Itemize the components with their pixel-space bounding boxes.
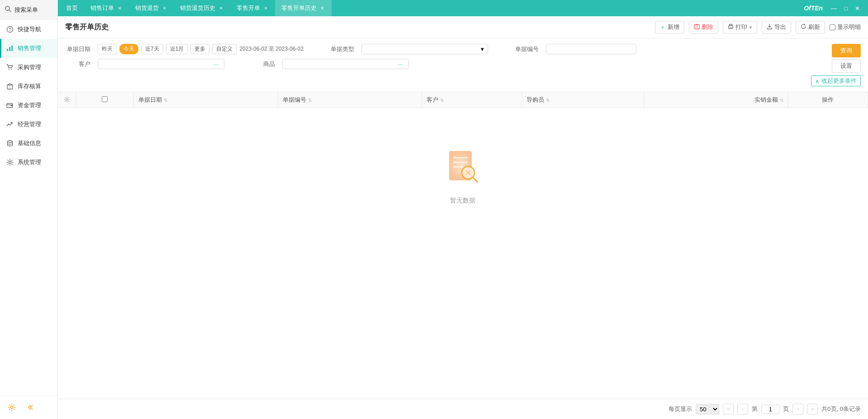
date-btn-yesterday[interactable]: 昨天 (98, 44, 117, 54)
database-icon (6, 139, 14, 147)
type-filter-select[interactable]: ▾ (361, 44, 488, 54)
tab-home-label: 首页 (66, 4, 78, 12)
goods-filter-input[interactable]: ··· (282, 59, 409, 69)
svg-line-1 (9, 10, 11, 12)
table-area: 单据日期 ⇅ 单据编号 ⇅ 客户 (58, 92, 868, 399)
filter-settings-button[interactable]: 设置 (832, 59, 861, 73)
page-number-input[interactable] (761, 405, 779, 414)
export-button[interactable]: 导出 (762, 21, 791, 33)
minimize-btn[interactable]: — (828, 4, 840, 13)
number-filter-input[interactable] (546, 44, 636, 54)
refresh-button[interactable]: 刷新 (796, 21, 825, 33)
print-icon (728, 24, 734, 31)
close-btn[interactable]: ✕ (852, 4, 863, 13)
footer-settings-btn[interactable] (5, 400, 19, 414)
date-group: 昨天 今天 近7天 近1月 更多 自定义 2023-06-02 至 2023-0… (98, 44, 304, 54)
tab-sales-return-history[interactable]: 销货退货历史 ✕ (174, 0, 230, 16)
tab-retail-open-history-label: 零售开单历史 (281, 4, 317, 12)
sidebar-item-label: 快捷导航 (18, 25, 41, 33)
svg-point-23 (66, 99, 68, 100)
select-all-checkbox[interactable] (102, 96, 108, 102)
page-title: 零售开单历史 (65, 23, 109, 32)
sidebar-item-label: 系统管理 (18, 158, 41, 166)
bar-chart-icon (6, 44, 14, 52)
sidebar-item-system[interactable]: 系统管理 (0, 153, 57, 172)
query-button[interactable]: 查询 (832, 44, 861, 57)
tab-retail-open-history-close[interactable]: ✕ (319, 5, 325, 11)
brand-label: OfTEn (804, 5, 823, 12)
page-size-select[interactable]: 10 20 50 100 (696, 404, 719, 414)
collapse-button[interactable]: ∧ 收起更多条件 (811, 75, 861, 86)
last-page-btn[interactable]: » (807, 404, 818, 414)
box-icon (6, 82, 14, 90)
delete-button[interactable]: 删除 (689, 21, 718, 33)
svg-rect-22 (730, 27, 732, 28)
filter-area: 单据日期 昨天 今天 近7天 近1月 更多 自定义 2023-06-02 至 2… (58, 38, 868, 92)
sidebar-item-label: 库存核算 (18, 82, 41, 90)
sidebar-search-label: 搜索采单 (14, 6, 38, 14)
date-btn-more[interactable]: 更多 (190, 44, 209, 54)
window-actions: OfTEn — □ ✕ (804, 4, 866, 13)
refresh-icon (801, 24, 806, 31)
sidebar-item-quick-nav[interactable]: 快捷导航 (0, 20, 57, 39)
sidebar-item-inventory[interactable]: 库存核算 (0, 77, 57, 96)
query-buttons: 查询 设置 (832, 44, 861, 73)
page-word: 第 (752, 405, 758, 413)
tab-sales-return-label: 销货退货 (135, 4, 159, 12)
svg-point-15 (9, 161, 11, 164)
tab-sales-order[interactable]: 销售订单 ✕ (84, 0, 129, 16)
total-info: 共0页, 0条记录 (821, 405, 861, 413)
sidebar-item-finance[interactable]: 资金管理 (0, 96, 57, 115)
th-date-label: 单据日期 (138, 96, 162, 104)
th-gear[interactable] (58, 92, 76, 108)
th-customer-label: 客户 (427, 96, 438, 104)
sidebar-item-basic-info[interactable]: 基础信息 (0, 134, 57, 153)
tab-retail-open[interactable]: 零售开单 ✕ (230, 0, 275, 16)
tab-sales-order-close[interactable]: ✕ (117, 5, 123, 11)
tab-retail-open-history[interactable]: 零售开单历史 ✕ (275, 0, 332, 16)
date-btn-today[interactable]: 今天 (119, 44, 138, 54)
tab-sales-order-label: 销售订单 (90, 4, 114, 12)
top-nav: 首页 销售订单 ✕ 销货退货 ✕ 销货退货历史 ✕ 零售开单 ✕ 零售开单历史 … (58, 0, 868, 16)
sidebar-item-sales-mgmt[interactable]: 销售管理 (0, 39, 57, 58)
tab-sales-return[interactable]: 销货退货 ✕ (129, 0, 174, 16)
maximize-btn[interactable]: □ (841, 4, 850, 13)
next-page-btn[interactable]: › (792, 404, 803, 414)
empty-state: 暂无数据 (58, 108, 868, 241)
sort-date-icon: ⇅ (164, 98, 167, 103)
date-btn-1month[interactable]: 近1月 (166, 44, 188, 54)
tab-sales-return-close[interactable]: ✕ (161, 5, 167, 11)
add-button[interactable]: ＋ 新增 (655, 21, 684, 33)
tab-home[interactable]: 首页 (60, 0, 84, 16)
print-button[interactable]: 打印 ▾ (723, 21, 757, 33)
th-guide[interactable]: 导购员 ⇅ (522, 92, 644, 108)
goods-dots[interactable]: ··· (396, 61, 405, 67)
page-header: 零售开单历史 ＋ 新增 删除 打印 ▾ (58, 16, 868, 38)
compass-icon (6, 25, 14, 33)
sidebar-search[interactable]: 搜索采单 (0, 0, 57, 20)
display-detail-checkbox[interactable] (830, 24, 835, 30)
date-btn-custom[interactable]: 自定义 (212, 44, 237, 54)
th-date[interactable]: 单据日期 ⇅ (133, 92, 278, 108)
footer-collapse-btn[interactable] (23, 400, 37, 414)
first-page-btn[interactable]: « (723, 404, 734, 414)
customer-filter-input[interactable]: ··· (98, 59, 224, 69)
th-amount[interactable]: 实销金额 ⇅ (644, 92, 788, 108)
display-detail-toggle[interactable]: 显示明细 (830, 23, 861, 31)
tab-retail-open-close[interactable]: ✕ (263, 5, 269, 11)
page-header-actions: ＋ 新增 删除 打印 ▾ (655, 21, 861, 33)
sidebar-item-purchase-mgmt[interactable]: 采购管理 (0, 58, 57, 77)
date-filter-label: 单据日期 (65, 45, 90, 53)
sidebar: 搜索采单 快捷导航 销售管理 采购管理 库存核算 (0, 0, 58, 419)
th-checkbox[interactable] (76, 92, 133, 108)
chevron-down-icon: ▾ (481, 46, 484, 52)
th-customer[interactable]: 客户 ⇅ (422, 92, 522, 108)
sidebar-item-operations[interactable]: 经营管理 (0, 115, 57, 134)
date-btn-7days[interactable]: 近7天 (141, 44, 163, 54)
th-number[interactable]: 单据编号 ⇅ (278, 92, 422, 108)
prev-page-btn[interactable]: ‹ (737, 404, 748, 414)
settings-icon (6, 158, 14, 166)
tab-sales-return-history-close[interactable]: ✕ (218, 5, 224, 11)
customer-dots[interactable]: ··· (212, 61, 220, 67)
type-filter-label: 单据类型 (329, 45, 354, 53)
